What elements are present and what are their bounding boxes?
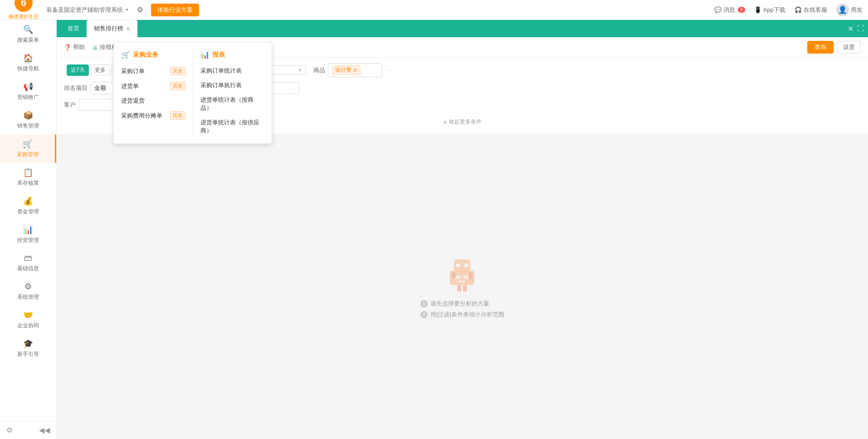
rank-value: 金额: [94, 84, 106, 92]
top-bar: 6 畅捷通好生意 标准版 装备及固定资产辅助管理系统 ▼ ⚙ 体验行业方案 💬 …: [0, 0, 868, 20]
goods-tag: 设计费 ✕: [332, 65, 361, 75]
online-service-btn[interactable]: 🎧 在线客服: [795, 6, 827, 14]
dropdown-item-inbound[interactable]: 进货单 历史: [114, 79, 193, 94]
message-icon: 💬: [714, 6, 722, 13]
app-container: 6 畅捷通好生意 标准版 装备及固定资产辅助管理系统 ▼ ⚙ 体验行业方案 💬 …: [0, 0, 868, 439]
purchase-section-icon: 🛒: [121, 50, 130, 59]
svg-rect-5: [463, 276, 468, 279]
dropdown-arrow-icon: ▼: [125, 7, 129, 12]
message-label: 消息: [723, 6, 735, 14]
sidebar-item-enterprise[interactable]: 🤝 企业协同: [0, 306, 56, 334]
basicinfo-icon: 🗃: [24, 253, 32, 263]
user-btn[interactable]: 👤 用友: [836, 4, 863, 16]
sidebar-item-operation[interactable]: 📊 经营管理: [0, 220, 56, 249]
finance-icon: 💰: [23, 196, 33, 206]
empty-robot-image: [442, 255, 483, 296]
settings-icon-btn[interactable]: ⚙: [134, 4, 146, 16]
hint2-icon: 2: [420, 311, 428, 318]
sales-icon: 📦: [23, 110, 33, 120]
svg-rect-10: [463, 285, 467, 291]
dropdown-report-title: 📊 报表: [193, 48, 272, 64]
dropdown-item-cost-split[interactable]: 采购费用分摊单 历史: [114, 108, 193, 123]
dropdown-purchase-section: 🛒 采购业务 采购订单 历史 进货单 历史 进货退货: [114, 42, 193, 143]
empty-state: 1 请先选择要分析的方案 2 用[过滤]条件来缩小分析范围: [420, 255, 504, 319]
sidebar-item-newguide[interactable]: 🎓 新手引导: [0, 334, 56, 363]
print-icon: 🖨: [92, 44, 98, 51]
salesman-dots: ···: [290, 84, 295, 92]
dropdown-report-section: 📊 报表 采购订单统计表 采购订单执行表 进货单统计表（按商品） 进货单统计表（…: [193, 42, 272, 143]
enterprise-icon: 🤝: [23, 310, 33, 320]
main-area: 🔍 搜索菜单 🏠 快捷导航 📢 营销推广 📦 销售管理 🛒 采购管: [0, 20, 868, 439]
help-btn[interactable]: ❓ 帮助: [64, 43, 85, 51]
collapse-arrow-icon: ∧: [443, 119, 447, 125]
sidebar-item-finance[interactable]: 💰 资金管理: [0, 192, 56, 220]
phone-icon: 📱: [754, 6, 761, 13]
collapse-label: 收起更多条件: [449, 118, 482, 126]
online-service-label: 在线客服: [804, 6, 827, 14]
industry-btn[interactable]: 体验行业方案: [151, 4, 199, 16]
help-label: 帮助: [73, 43, 85, 51]
tab-close-icon[interactable]: ✕: [126, 26, 130, 32]
tab-sales-rank[interactable]: 销售排行榜 ✕: [87, 20, 137, 37]
sidebar-item-purchase[interactable]: 🛒 采购管理: [0, 134, 56, 163]
help-icon: ❓: [64, 44, 71, 51]
settings-btn[interactable]: 设置: [837, 41, 861, 54]
app-logo-text: 畅捷通好生意: [9, 13, 39, 20]
operation-icon: 📊: [23, 225, 33, 235]
empty-hint2: 用[过滤]条件来缩小分析范围: [430, 311, 504, 319]
dropdown-item-inbound-by-goods[interactable]: 进货单统计表（按商品）: [193, 93, 272, 115]
svg-point-2: [456, 263, 460, 267]
query-btn[interactable]: 查询: [807, 41, 834, 54]
purchase-dropdown-menu: 🛒 采购业务 采购订单 历史 进货单 历史 进货退货: [113, 42, 272, 144]
user-label: 用友: [851, 6, 863, 14]
dropdown-item-order-exec[interactable]: 采购订单执行表: [193, 78, 272, 93]
date-7d-btn[interactable]: 近7天: [67, 64, 89, 76]
sidebar-collapse-btn[interactable]: ◀◀: [39, 426, 50, 434]
app-download-btn[interactable]: 📱 App下载: [754, 6, 785, 14]
dropdown-item-return[interactable]: 进货退货: [114, 94, 193, 108]
dropdown-item-order-stat[interactable]: 采购订单统计表: [193, 64, 272, 78]
customer-label: 客户: [64, 101, 76, 109]
goods-select[interactable]: 设计费 ✕: [328, 63, 382, 77]
goods-label: 商品: [313, 66, 325, 74]
empty-hint1: 请先选择要分析的方案: [430, 300, 489, 308]
sidebar-item-sales[interactable]: 📦 销售管理: [0, 106, 56, 134]
user-avatar: 👤: [836, 4, 849, 16]
sidebar-item-marketing[interactable]: 📢 营销推广: [0, 77, 56, 106]
tab-home-label: 首页: [68, 25, 79, 33]
system-title-dropdown[interactable]: 装备及固定资产辅助管理系统 ▼: [46, 6, 129, 14]
dropdown-item-purchase-order[interactable]: 采购订单 历史: [114, 64, 193, 79]
app-download-label: App下载: [763, 6, 785, 14]
voucher-status-arrow: ▼: [297, 68, 302, 73]
svg-point-3: [464, 263, 468, 267]
sidebar-item-search[interactable]: 🔍 搜索菜单: [0, 20, 56, 49]
svg-rect-6: [459, 280, 465, 282]
tab-minimize-icon[interactable]: ✕: [848, 25, 853, 33]
headset-icon: 🎧: [795, 6, 802, 13]
sidebar-item-quicknav[interactable]: 🏠 快捷导航: [0, 49, 56, 77]
dropdown-item-inbound-by-supplier[interactable]: 进货单统计表（按供应商）: [193, 115, 272, 138]
goods-more-icon[interactable]: ···: [387, 66, 393, 74]
tab-bar-right: ✕ ⛶: [848, 25, 864, 33]
message-btn[interactable]: 💬 消息 9: [714, 6, 745, 14]
newguide-icon: 🎓: [23, 339, 33, 349]
tab-home[interactable]: 首页: [60, 20, 87, 37]
toolbar-right: 查询 设置: [807, 41, 861, 54]
sidebar-item-basicinfo[interactable]: 🗃 基础信息: [0, 249, 56, 277]
filter-goods: 商品 设计费 ✕ ···: [313, 63, 393, 77]
sidebar-item-system[interactable]: ⚙ 系统管理: [0, 277, 56, 306]
tab-sales-rank-label: 销售排行榜: [94, 25, 123, 33]
sidebar-item-inventory[interactable]: 📋 库存核算: [0, 163, 56, 192]
date-more-btn[interactable]: 更多: [91, 64, 110, 76]
goods-tag-close[interactable]: ✕: [353, 67, 357, 74]
sidebar-settings-btn[interactable]: ⚙: [6, 426, 13, 434]
sidebar: 🔍 搜索菜单 🏠 快捷导航 📢 营销推广 📦 销售管理 🛒 采购管: [0, 20, 57, 439]
svg-rect-8: [469, 272, 473, 278]
tab-maximize-icon[interactable]: ⛶: [857, 25, 864, 33]
svg-rect-4: [456, 276, 461, 279]
main-content: 1 请先选择要分析的方案 2 用[过滤]条件来缩小分析范围: [57, 134, 868, 439]
top-bar-right: 💬 消息 9 📱 App下载 🎧 在线客服 👤 用友: [714, 4, 863, 16]
search-icon: 🔍: [23, 25, 33, 35]
sidebar-menu: 🔍 搜索菜单 🏠 快捷导航 📢 营销推广 📦 销售管理 🛒 采购管: [0, 20, 56, 421]
rank-label: 排名项目: [64, 84, 88, 92]
